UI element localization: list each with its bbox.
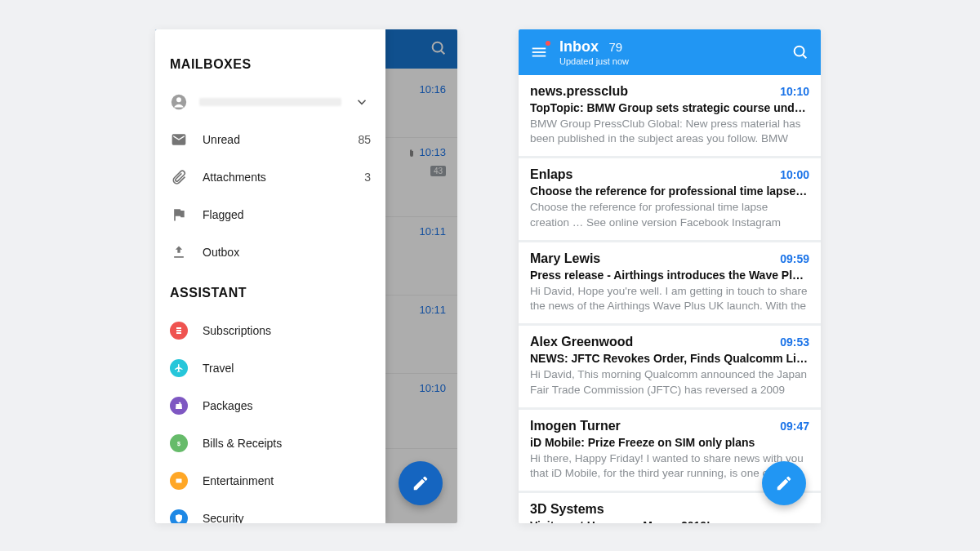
email-sender: 3D Systems [530, 502, 604, 517]
inbox-appbar: Inbox 79 Updated just now [519, 29, 821, 75]
assistant-item-entertainment[interactable]: Entertainment [155, 462, 385, 500]
svg-point-9 [795, 47, 804, 56]
email-sender: Enlaps [530, 167, 572, 182]
nav-drawer: MAILBOXES Unread 85 Attachments 3 Flagge… [155, 29, 385, 523]
email-preview: Choose the reference for professional ti… [530, 200, 809, 229]
section-heading-mailboxes: MAILBOXES [155, 49, 385, 83]
entertainment-icon [170, 472, 188, 490]
email-subject: iD Mobile: Prize Freeze on SIM only plan… [530, 436, 809, 449]
email-subject: Visit us at Hannover Messe 2019! [530, 519, 809, 523]
outbox-icon [170, 243, 188, 261]
account-row[interactable] [155, 83, 385, 121]
pencil-icon [775, 474, 793, 492]
assistant-item-travel[interactable]: Travel [155, 349, 385, 387]
notification-dot-icon [546, 41, 550, 46]
drawer-item-label: Security [203, 512, 371, 523]
assistant-item-subscriptions[interactable]: Subscriptions [155, 312, 385, 349]
email-subject: TopTopic: BMW Group sets strategic cours… [530, 101, 809, 114]
right-screenshot: Inbox 79 Updated just now news.pressclub… [519, 29, 821, 523]
email-preview: Hi David, This morning Qualcomm announce… [530, 367, 809, 397]
svg-point-3 [176, 97, 181, 102]
email-sender: news.pressclub [530, 84, 628, 99]
drawer-item-label: Subscriptions [203, 324, 371, 337]
email-time: 09:47 [780, 420, 809, 433]
email-subject: Press release - Airthings introduces the… [530, 269, 809, 282]
svg-rect-5 [176, 479, 182, 483]
drawer-item-label: Travel [203, 362, 371, 375]
subscriptions-icon [170, 322, 188, 340]
drawer-item-label: Bills & Receipts [203, 437, 371, 450]
email-sender: Mary Lewis [530, 251, 600, 266]
assistant-item-security[interactable]: Security [155, 500, 385, 523]
email-sender: Imogen Turner [530, 419, 621, 433]
pencil-icon [412, 474, 430, 492]
drawer-item-attachments[interactable]: Attachments 3 [155, 158, 385, 196]
email-subject: NEWS: JFTC Revokes Order, Finds Qualcomm… [530, 352, 809, 365]
svg-text:$: $ [177, 441, 180, 447]
svg-rect-8 [532, 56, 546, 57]
email-item[interactable]: Enlaps 10:00 Choose the reference for pr… [519, 158, 821, 239]
email-preview: Hi David, Hope you're well. I am getting… [530, 284, 809, 313]
appbar-title-block: Inbox 79 Updated just now [559, 38, 780, 66]
packages-icon [170, 397, 188, 415]
inbox-count: 79 [608, 40, 622, 54]
compose-fab[interactable] [762, 461, 806, 505]
menu-icon [530, 43, 548, 61]
section-heading-assistant: ASSISTANT [155, 271, 385, 312]
mail-icon [170, 131, 188, 149]
inbox-list[interactable]: news.pressclub 10:10 TopTopic: BMW Group… [519, 75, 821, 523]
bills-icon: $ [170, 434, 188, 452]
email-item[interactable]: Mary Lewis 09:59 Press release - Airthin… [519, 242, 821, 323]
assistant-item-bills[interactable]: $ Bills & Receipts [155, 424, 385, 462]
email-time: 10:00 [780, 168, 809, 181]
email-preview: BMW Group PressClub Global: New press ma… [530, 117, 809, 146]
menu-button[interactable] [530, 43, 548, 61]
email-time: 09:53 [780, 335, 809, 349]
drawer-item-label: Attachments [203, 171, 350, 184]
drawer-item-label: Entertainment [203, 474, 371, 487]
email-item[interactable]: news.pressclub 10:10 TopTopic: BMW Group… [519, 75, 821, 156]
email-subject: Choose the reference for professional ti… [530, 184, 809, 198]
email-sender: Alex Greenwood [530, 335, 633, 349]
drawer-item-label: Unread [203, 133, 343, 146]
search-icon [791, 43, 809, 61]
account-icon [170, 93, 188, 111]
left-screenshot: 10:16 to your If you did n… 10:13 43 Cho… [155, 29, 457, 523]
svg-line-10 [803, 55, 806, 58]
inbox-subtitle: Updated just now [559, 56, 780, 66]
drawer-item-count: 85 [358, 133, 371, 146]
drawer-item-label: Flagged [203, 208, 356, 221]
email-time: 09:59 [780, 252, 809, 265]
drawer-item-label: Packages [203, 399, 371, 412]
attachment-icon [170, 168, 188, 186]
drawer-item-label: Outbox [203, 246, 356, 259]
chevron-down-icon[interactable] [353, 93, 371, 111]
svg-rect-7 [532, 51, 546, 53]
account-email-redacted [199, 98, 341, 106]
drawer-item-count: 3 [364, 171, 371, 184]
drawer-item-outbox[interactable]: Outbox [155, 233, 385, 271]
drawer-item-flagged[interactable]: Flagged [155, 196, 385, 233]
email-item[interactable]: Alex Greenwood 09:53 NEWS: JFTC Revokes … [519, 326, 821, 407]
search-button[interactable] [791, 43, 809, 61]
assistant-item-packages[interactable]: Packages [155, 387, 385, 424]
email-time: 10:10 [780, 85, 809, 98]
drawer-item-unread[interactable]: Unread 85 [155, 121, 385, 158]
shield-icon [170, 509, 188, 523]
svg-rect-6 [532, 48, 546, 50]
compose-fab[interactable] [399, 461, 443, 505]
inbox-title: Inbox [559, 38, 599, 56]
flag-icon [170, 206, 188, 224]
travel-icon [170, 359, 188, 377]
